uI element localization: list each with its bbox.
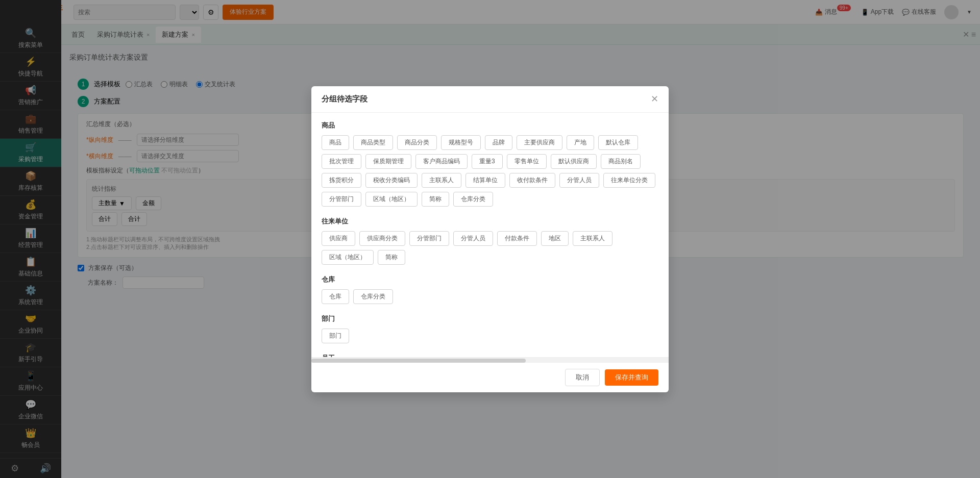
field-tag[interactable]: 结算单位 xyxy=(465,173,505,188)
field-tag[interactable]: 品牌 xyxy=(485,135,512,150)
field-tag[interactable]: 简称 xyxy=(378,250,405,265)
modal-close-button[interactable]: ✕ xyxy=(651,94,658,104)
field-tag[interactable]: 收付款条件 xyxy=(509,173,555,188)
field-tag[interactable]: 重量3 xyxy=(472,154,503,169)
modal-horizontal-scrollbar[interactable] xyxy=(311,357,669,362)
section-title: 部门 xyxy=(322,314,658,323)
modal-title: 分组待选字段 xyxy=(322,94,368,104)
field-tag[interactable]: 默认供应商 xyxy=(551,154,597,169)
field-grid: 供应商供应商分类分管部门分管人员付款条件地区主联系人区域（地区）简称 xyxy=(322,231,658,265)
field-tag[interactable]: 供应商分类 xyxy=(359,231,405,246)
field-tag[interactable]: 仓库分类 xyxy=(353,289,393,304)
field-tag[interactable]: 零售单位 xyxy=(507,154,547,169)
field-tag[interactable]: 仓库 xyxy=(322,289,349,304)
field-tag[interactable]: 区域（地区） xyxy=(322,250,374,265)
field-tag[interactable]: 简称 xyxy=(422,192,449,207)
field-section: 商品商品商品类型商品分类规格型号品牌主要供应商产地默认仓库批次管理保质期管理客户… xyxy=(322,121,658,207)
field-tag[interactable]: 往来单位分类 xyxy=(603,173,655,188)
modal-header: 分组待选字段 ✕ xyxy=(311,86,669,113)
field-tag[interactable]: 拣货积分 xyxy=(322,173,361,188)
field-section: 仓库仓库仓库分类 xyxy=(322,275,658,304)
field-tag[interactable]: 商品 xyxy=(322,135,349,150)
field-tag[interactable]: 税收分类编码 xyxy=(365,173,418,188)
field-tag[interactable]: 部门 xyxy=(322,329,349,343)
field-section: 部门部门 xyxy=(322,314,658,343)
field-section: 员工业务员 xyxy=(322,354,658,358)
field-tag[interactable]: 主联系人 xyxy=(422,173,461,188)
field-tag[interactable]: 付款条件 xyxy=(497,231,537,246)
modal-body: 商品商品商品类型商品分类规格型号品牌主要供应商产地默认仓库批次管理保质期管理客户… xyxy=(311,113,669,358)
section-title: 商品 xyxy=(322,121,658,130)
field-tag[interactable]: 商品类型 xyxy=(353,135,393,150)
modal-scrollbar-thumb xyxy=(311,359,526,363)
modal-overlay: 分组待选字段 ✕ 商品商品商品类型商品分类规格型号品牌主要供应商产地默认仓库批次… xyxy=(0,0,980,478)
cancel-button[interactable]: 取消 xyxy=(565,369,600,386)
section-title: 员工 xyxy=(322,354,658,358)
modal-footer: 取消 保存并查询 xyxy=(311,362,669,392)
field-tag[interactable]: 区域（地区） xyxy=(365,192,418,207)
field-tag[interactable]: 分管部门 xyxy=(322,192,361,207)
field-tag[interactable]: 分管人员 xyxy=(453,231,493,246)
field-tag[interactable]: 仓库分类 xyxy=(453,192,493,207)
field-tag[interactable]: 客户商品编码 xyxy=(415,154,468,169)
modal: 分组待选字段 ✕ 商品商品商品类型商品分类规格型号品牌主要供应商产地默认仓库批次… xyxy=(311,86,669,392)
field-tag[interactable]: 供应商 xyxy=(322,231,355,246)
field-tag[interactable]: 商品分类 xyxy=(397,135,437,150)
field-tag[interactable]: 地区 xyxy=(541,231,569,246)
field-grid: 部门 xyxy=(322,329,658,343)
field-grid: 商品商品类型商品分类规格型号品牌主要供应商产地默认仓库批次管理保质期管理客户商品… xyxy=(322,135,658,207)
field-tag[interactable]: 分管人员 xyxy=(559,173,599,188)
save-query-button[interactable]: 保存并查询 xyxy=(605,369,658,386)
field-tag[interactable]: 商品别名 xyxy=(601,154,641,169)
field-tag[interactable]: 主要供应商 xyxy=(517,135,562,150)
field-tag[interactable]: 批次管理 xyxy=(322,154,361,169)
section-title: 仓库 xyxy=(322,275,658,284)
field-tag[interactable]: 分管部门 xyxy=(409,231,449,246)
field-tag[interactable]: 规格型号 xyxy=(441,135,481,150)
field-tag[interactable]: 主联系人 xyxy=(573,231,612,246)
field-grid: 仓库仓库分类 xyxy=(322,289,658,304)
field-section: 往来单位供应商供应商分类分管部门分管人员付款条件地区主联系人区域（地区）简称 xyxy=(322,217,658,265)
field-tag[interactable]: 产地 xyxy=(567,135,594,150)
field-tag[interactable]: 默认仓库 xyxy=(598,135,638,150)
field-tag[interactable]: 保质期管理 xyxy=(365,154,411,169)
section-title: 往来单位 xyxy=(322,217,658,226)
